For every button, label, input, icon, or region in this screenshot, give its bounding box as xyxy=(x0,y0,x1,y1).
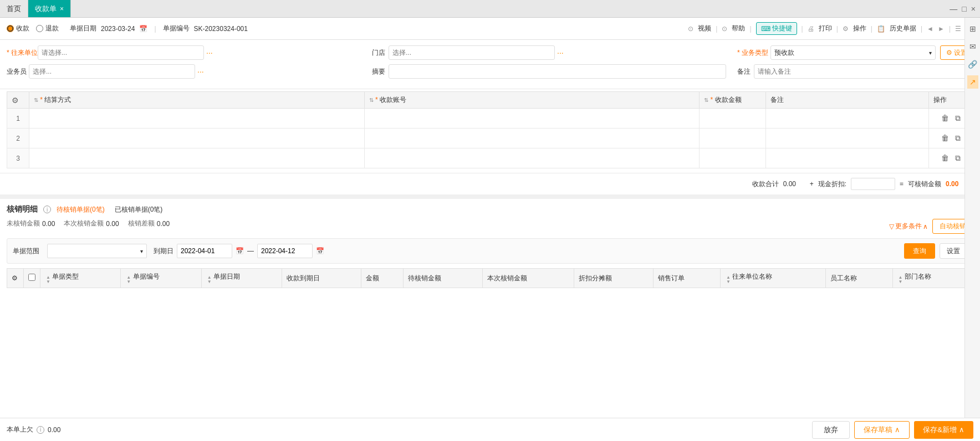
tab-home[interactable]: 首页 xyxy=(0,0,28,17)
staff-ellipsis[interactable]: ··· xyxy=(195,67,206,76)
save-new-button[interactable]: 保存&新增 ∧ xyxy=(914,421,973,439)
save-draft-label: 保存草稿 xyxy=(864,425,892,435)
table-settings-icon[interactable]: ⚙ xyxy=(12,96,19,105)
shop-input[interactable] xyxy=(389,45,555,60)
settings-btn-col[interactable]: ⚙ xyxy=(7,269,24,288)
print-link[interactable]: 打印 xyxy=(819,24,832,33)
tab-bar: 首页 收款单 × — □ × xyxy=(0,0,980,18)
minimize-icon[interactable]: — xyxy=(950,4,957,13)
account-cell-1[interactable] xyxy=(364,109,700,129)
delete-row-3-button[interactable]: 🗑 xyxy=(939,152,951,163)
settlement-cell-3[interactable] xyxy=(29,148,365,168)
remarks-cell-1[interactable] xyxy=(766,109,929,129)
date-range-select[interactable]: ▾ xyxy=(47,244,147,258)
history-icon: 📋 xyxy=(877,25,885,33)
date-start-input[interactable] xyxy=(177,244,232,258)
amount-col-header: ⇅ * 收款金额 xyxy=(700,92,766,109)
remarks-field: 备注 xyxy=(737,64,973,79)
receipt-radio[interactable]: 收款 xyxy=(7,24,29,33)
sidebar-mail-icon[interactable]: ✉ xyxy=(967,40,978,53)
row-num-2: 2 xyxy=(7,129,29,148)
refund-radio[interactable]: 退款 xyxy=(36,24,59,33)
settings-col-header[interactable]: ⚙ xyxy=(7,92,29,109)
copy-row-1-button[interactable]: ⧉ xyxy=(953,112,963,124)
save-draft-button[interactable]: 保存草稿 ∧ xyxy=(854,421,910,439)
nav-next-icon[interactable]: ► xyxy=(938,25,945,33)
writeoff-info-icon[interactable]: i xyxy=(43,206,51,213)
settlement-cell-2[interactable] xyxy=(29,129,365,148)
refund-radio-input[interactable] xyxy=(36,25,43,32)
sidebar-link-icon[interactable]: 🔗 xyxy=(966,58,979,71)
settlement-col-header: ⇅ * 结算方式 xyxy=(29,92,365,109)
chevron-down-icon: ▾ xyxy=(929,50,932,56)
delete-row-1-button[interactable]: 🗑 xyxy=(939,112,951,124)
gear-icon: ⚙ xyxy=(946,49,952,57)
date-end-input[interactable] xyxy=(257,244,313,258)
calendar-start-icon[interactable]: 📅 xyxy=(236,247,244,255)
pending-amount-col: 待核销金额 xyxy=(404,269,483,288)
main-content: 收款 退款 单据日期 2023-03-24 📅 | 单据编号 SK-202303… xyxy=(0,18,980,441)
calendar-icon[interactable]: 📅 xyxy=(139,25,147,33)
video-link[interactable]: 视频 xyxy=(698,24,711,33)
receipt-radio-input[interactable] xyxy=(7,25,14,32)
sidebar-table-icon[interactable]: ⊞ xyxy=(967,22,978,35)
summary-input[interactable] xyxy=(389,64,726,79)
amount-cell-1[interactable] xyxy=(700,109,766,129)
doc-meta: 单据日期 2023-03-24 📅 | 单据编号 SK-20230324-001 xyxy=(70,24,248,33)
nav-prev-icon[interactable]: ◄ xyxy=(927,25,933,33)
date-separator: — xyxy=(247,247,254,255)
business-type-field: * 业务类型 预收款 ▾ ⚙ 设置 xyxy=(737,45,973,60)
discount-input[interactable] xyxy=(851,178,895,190)
counterpart-input[interactable] xyxy=(38,45,204,60)
done-tab-link[interactable]: 已核销单据(0笔) xyxy=(115,205,163,214)
amount-col: 金额 xyxy=(361,269,403,288)
business-type-select[interactable]: 预收款 ▾ xyxy=(770,45,936,60)
sort-icon: ⇅ xyxy=(369,97,374,103)
delete-row-2-button[interactable]: 🗑 xyxy=(939,132,951,143)
shop-ellipsis[interactable]: ··· xyxy=(555,48,566,57)
amount-cell-3[interactable] xyxy=(700,148,766,168)
history-link[interactable]: 历史单据 xyxy=(890,24,916,33)
circle-icon: ⊙ xyxy=(688,25,693,33)
remarks-cell-3[interactable] xyxy=(766,148,929,168)
chevron-up-icon: ∧ xyxy=(895,425,900,434)
remarks-cell-2[interactable] xyxy=(766,129,929,148)
pending-tab-link[interactable]: 待核销单据(0笔) xyxy=(57,205,105,214)
prev-info-icon[interactable]: i xyxy=(37,426,44,434)
operation-label: 操作 xyxy=(853,24,866,33)
discard-button[interactable]: 放弃 xyxy=(812,421,850,439)
account-cell-2[interactable] xyxy=(364,129,700,148)
list-icon[interactable]: ☰ xyxy=(955,25,961,33)
copy-row-2-button[interactable]: ⧉ xyxy=(953,132,963,144)
counterpart-ellipsis[interactable]: ··· xyxy=(204,48,215,57)
chevron-down-icon: ▾ xyxy=(140,248,143,254)
amount-cell-2[interactable] xyxy=(700,129,766,148)
staff-input[interactable] xyxy=(29,64,195,79)
tab-receipt[interactable]: 收款单 × xyxy=(28,0,71,17)
form-row-1: * 往来单位 ··· 门店 ··· * 业务类型 预收款 ▾ xyxy=(7,45,973,60)
more-conditions-link[interactable]: ▽ 更多条件 ∧ xyxy=(889,222,928,231)
settlement-cell-1[interactable] xyxy=(29,109,365,129)
maximize-icon[interactable]: □ xyxy=(962,4,966,13)
total-value: 0.00 xyxy=(783,180,805,188)
close-icon[interactable]: × xyxy=(971,4,976,13)
set-button[interactable]: 设置 xyxy=(940,243,967,259)
select-all-checkbox[interactable] xyxy=(28,274,35,281)
business-type-value: 预收款 xyxy=(774,48,794,58)
due-date-col: 收款到期日 xyxy=(282,269,361,288)
help-link[interactable]: 帮助 xyxy=(732,24,745,33)
remarks-input[interactable] xyxy=(754,64,973,79)
shortcut-button[interactable]: ⌨ 快捷键 xyxy=(756,22,797,35)
operation-link[interactable]: 操作 xyxy=(853,24,866,33)
chevron-up-icon: ∧ xyxy=(959,425,964,434)
tab-close-icon[interactable]: × xyxy=(60,5,64,13)
copy-row-3-button[interactable]: ⧉ xyxy=(953,152,963,164)
account-cell-3[interactable] xyxy=(364,148,700,168)
query-button[interactable]: 查询 xyxy=(904,243,935,259)
operation-icon: ⚙ xyxy=(843,25,849,33)
chevron-up-icon: ∧ xyxy=(923,223,928,230)
calendar-end-icon[interactable]: 📅 xyxy=(316,247,324,255)
staff-field: 业务员 ··· xyxy=(7,64,361,79)
table-gear-icon[interactable]: ⚙ xyxy=(12,274,18,282)
sidebar-expand-icon[interactable]: ↗ xyxy=(967,75,978,89)
